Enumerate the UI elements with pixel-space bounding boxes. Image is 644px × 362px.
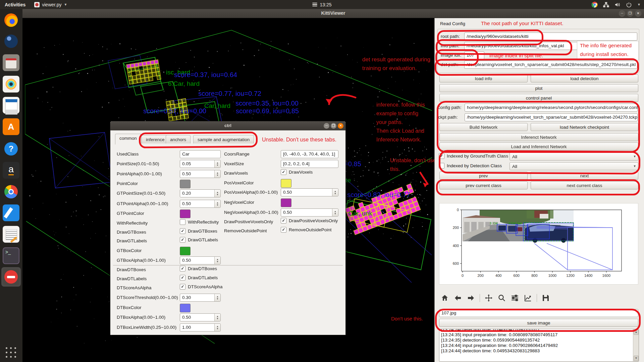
load-network-checkpoint-button[interactable]: load Network checkpoint — [531, 123, 638, 131]
config-path-input[interactable]: home/yy/deeplearning/deeplearning/releas… — [465, 104, 638, 112]
ctrl-minimize-button[interactable]: ─ — [324, 123, 329, 129]
forward-icon[interactable] — [467, 294, 475, 302]
withreflectivity-checkbox[interactable]: WithReflectivity — [180, 219, 219, 225]
dock-item-amazon[interactable]: a — [3, 162, 19, 179]
drawvoxels-checkbox[interactable]: ✓DrawVoxels — [281, 169, 313, 175]
volume-icon[interactable] — [614, 2, 621, 8]
chevron-down-icon[interactable]: ▼ — [637, 3, 641, 6]
dtscoreasalpha-checkbox[interactable]: ✓DTScoreAsAlpha — [180, 284, 223, 290]
dock-item-music[interactable] — [3, 33, 19, 50]
power-icon[interactable] — [626, 2, 632, 8]
gtboxcolor-swatch[interactable] — [180, 247, 191, 255]
dock-item-writer[interactable] — [3, 97, 19, 114]
pointsize-spinner[interactable]: 0.05▲▼ — [180, 160, 221, 168]
dock-item-chrome[interactable] — [3, 183, 19, 200]
prev-button[interactable]: prev — [439, 172, 528, 180]
minimize-button[interactable]: ─ — [619, 10, 625, 17]
build-network-button[interactable]: Build Network — [439, 123, 528, 131]
dock-item-vscode[interactable] — [3, 204, 19, 221]
negvoxelalpha-spinner[interactable]: 0.50▲▼ — [281, 208, 338, 217]
groundtruth-class-select[interactable]: All — [509, 153, 638, 161]
scroll-up-icon[interactable]: ▲ — [634, 329, 639, 335]
coorsrange-input[interactable]: [0, -40.0, -3, 70.4, 40.0, 1] — [281, 150, 338, 158]
message-log[interactable]: [13:24:24] detection time: 0.04005477090… — [439, 329, 639, 362]
show-applications-button[interactable] — [6, 347, 17, 359]
subplots-icon[interactable] — [511, 294, 519, 302]
dock-item-shotwell[interactable] — [3, 76, 19, 93]
voxelsize-input[interactable]: [0.2, 0.2, 0.4] — [281, 160, 338, 168]
inference-network-button[interactable]: Inferenct Network — [439, 133, 638, 141]
drawgtboxes-checkbox[interactable]: ✓DrawGTBoxes — [180, 228, 217, 234]
drawgtlabels-checkbox[interactable]: ✓DrawGTLabels — [180, 237, 218, 243]
zoom-icon[interactable] — [497, 294, 506, 302]
chrome-tray-icon[interactable] — [592, 2, 598, 8]
network-icon[interactable] — [603, 2, 609, 8]
tab-inference[interactable]: inference — [142, 135, 169, 143]
activities-button[interactable]: Activities — [5, 2, 25, 7]
load-info-button[interactable]: load info — [439, 74, 528, 82]
drawdtboxes-checkbox[interactable]: ✓DrawDTBoxes — [180, 266, 217, 272]
dock-item-help[interactable]: ? — [3, 140, 19, 157]
usedclass-input[interactable]: Car — [180, 150, 221, 158]
axes-edit-icon[interactable] — [524, 294, 532, 302]
load-and-inference-network-button[interactable]: Load and Inferenct Network — [439, 142, 638, 150]
dock-item-viewer-app[interactable] — [3, 268, 19, 285]
save-image-button[interactable]: save image — [439, 319, 638, 327]
y-axis-ticks: 0200400600 — [453, 208, 459, 265]
load-detection-button[interactable]: load detection — [531, 74, 638, 82]
pointcolor-swatch[interactable] — [180, 180, 191, 188]
dtscorethreshold-spinner[interactable]: 0.30▲▼ — [180, 294, 221, 302]
negvoxelcolor-swatch[interactable] — [281, 198, 291, 207]
ctrl-titlebar[interactable]: ctrl ─ ❐ ✕ — [110, 121, 345, 130]
gtpointsize-spinner[interactable]: 0.20▲▼ — [180, 189, 221, 197]
plot-button[interactable]: plot — [439, 84, 638, 92]
firefox-icon — [4, 13, 18, 27]
log-scrollbar[interactable]: ▲ ▼ — [633, 329, 639, 361]
dtboxcolor-swatch[interactable] — [180, 304, 191, 312]
dock-item-firefox[interactable] — [3, 12, 19, 28]
prev-current-class-button[interactable]: prev current class — [439, 181, 528, 189]
pan-icon[interactable] — [484, 294, 493, 302]
dock-item-files[interactable] — [3, 54, 19, 71]
gtpointcolor-swatch[interactable] — [180, 209, 191, 218]
posvoxelcolor-swatch[interactable] — [281, 179, 291, 188]
indexed-by-groundtruth-checkbox[interactable]: ✓Indexed by GroundTruth Class — [439, 153, 508, 159]
ctrl-maximize-button[interactable]: ❐ — [331, 123, 336, 129]
dtboxlinewidth-spinner[interactable]: 1.00▲▼ — [180, 323, 221, 331]
drawdtlabels-checkbox[interactable]: ✓DrawDTLabels — [180, 275, 218, 281]
close-button[interactable]: ✕ — [635, 10, 641, 17]
tab-common[interactable]: common — [115, 134, 141, 144]
maximize-button[interactable]: ❐ — [627, 10, 633, 17]
score-label: =0.85 — [344, 160, 361, 168]
dtboxalpha-spinner[interactable]: 0.50▲▼ — [180, 313, 221, 321]
pointalpha-spinner[interactable]: 0.50▲▼ — [180, 170, 221, 178]
dock-item-editor[interactable] — [3, 226, 19, 243]
home-icon[interactable] — [440, 294, 449, 302]
det-path-input[interactable]: /deeplearning/voxelnet_torch_sparse/car_… — [464, 61, 637, 69]
clock-menu[interactable]: 13:25 — [312, 2, 331, 7]
save-filename-input[interactable]: 107.jpg — [439, 309, 638, 317]
removeoutsidepoint-checkbox[interactable]: ✓RemoveOutsidePoint — [281, 227, 332, 233]
posvoxelalpha-spinner[interactable]: 0.50▲▼ — [281, 188, 338, 196]
tab-anchors[interactable]: anchors — [166, 135, 191, 143]
tab-sample-augmentation[interactable]: sample and augmentation — [193, 135, 254, 143]
image-idx-input[interactable]: 107 — [464, 51, 484, 59]
gtboxalpha-spinner[interactable]: 0.50▲▼ — [180, 256, 221, 264]
desktop: Activities viewer.py ▼ 13:25 ▼ — [0, 0, 644, 362]
ckpt-path-input[interactable]: /home/yy/deeplearning/voxelnet_torch_spa… — [465, 113, 638, 121]
save-icon[interactable] — [541, 294, 550, 302]
next-button[interactable]: next — [531, 172, 638, 180]
ctrl-close-button[interactable]: ✕ — [338, 123, 343, 129]
back-icon[interactable] — [453, 294, 462, 302]
drawpositivevoxelsonly-checkbox[interactable]: ✓DrawPositiveVoxelsOnly — [281, 218, 338, 224]
indexed-by-detection-checkbox[interactable]: Indexed by Detection Class — [439, 163, 502, 169]
root-path-input[interactable]: /media/yy/960evo/datasets/kitti — [464, 33, 637, 41]
app-menu[interactable]: viewer.py ▼ — [34, 2, 67, 7]
dock-item-software[interactable]: A — [3, 118, 19, 135]
scroll-down-icon[interactable]: ▼ — [634, 356, 639, 361]
detection-class-select[interactable]: All — [509, 162, 638, 170]
dock-item-terminal[interactable]: >_ — [3, 247, 19, 264]
gtpointalpha-spinner[interactable]: 0.50▲▼ — [180, 200, 221, 208]
next-current-class-button[interactable]: next current class — [531, 181, 638, 189]
control-panel-button[interactable]: control panel — [439, 94, 638, 102]
